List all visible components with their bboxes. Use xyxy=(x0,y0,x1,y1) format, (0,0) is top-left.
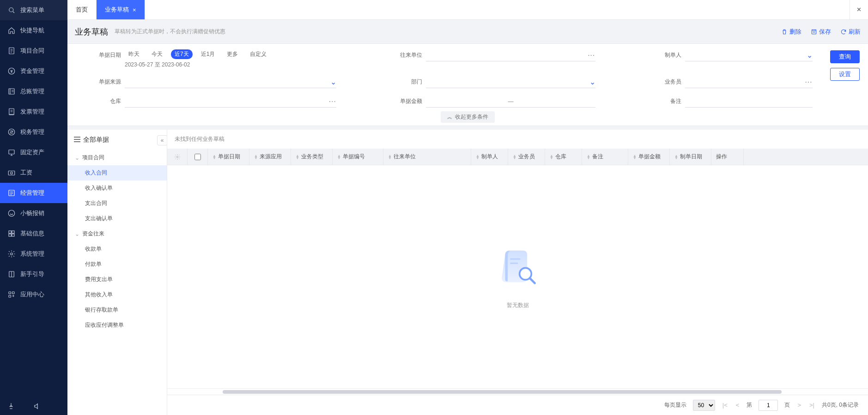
horizontal-scrollbar[interactable] xyxy=(167,388,868,395)
col-6[interactable]: ▲▼业务员 xyxy=(508,149,545,165)
sidebar-item-search-menu[interactable]: 搜索菜单 xyxy=(0,0,67,20)
settings-button[interactable]: 设置 xyxy=(830,68,860,81)
maker-input[interactable] xyxy=(685,49,813,61)
footer-sound-icon[interactable] xyxy=(33,403,41,411)
warehouse-input[interactable] xyxy=(125,96,336,108)
invoice-icon xyxy=(7,108,16,116)
book-icon xyxy=(7,270,16,278)
cat-item[interactable]: 应收应付调整单 xyxy=(67,318,167,333)
dq-last-month[interactable]: 近1月 xyxy=(197,49,219,59)
col-8[interactable]: ▲▼备注 xyxy=(582,149,628,165)
col-4[interactable]: ▲▼往来单位 xyxy=(383,149,471,165)
sales-input[interactable] xyxy=(685,76,813,88)
sidebar-item-quick-nav[interactable]: 快捷导航 xyxy=(0,20,67,41)
sidebar-label: 项目合同 xyxy=(20,47,44,55)
sidebar-label: 搜索菜单 xyxy=(20,6,44,14)
col-7[interactable]: ▲▼仓库 xyxy=(545,149,582,165)
col-2[interactable]: ▲▼业务类型 xyxy=(291,149,333,165)
empty-illustration-icon xyxy=(492,244,543,295)
salary-icon xyxy=(7,168,16,177)
sidebar-item-business-mgmt[interactable]: 经营管理 xyxy=(0,183,67,203)
dq-more[interactable]: 更多 xyxy=(223,49,242,59)
cat-group-1[interactable]: 资金往来 xyxy=(67,226,167,241)
cat-item[interactable]: 其他收入单 xyxy=(67,287,167,302)
sort-icon: ▲▼ xyxy=(587,155,590,159)
page-first[interactable]: |< xyxy=(722,402,728,409)
cat-item[interactable]: 收入确认单 xyxy=(67,180,167,196)
sidebar: 搜索菜单快捷导航项目合同资金管理总账管理发票管理税务管理固定资产工资经营管理小畅… xyxy=(0,0,67,415)
tab-home[interactable]: 首页 xyxy=(67,0,97,19)
table-header: ▲▼单据日期▲▼来源应用▲▼业务类型▲▼单据编号▲▼往来单位▲▼制单人▲▼业务员… xyxy=(167,149,868,165)
label-maker: 制单人 xyxy=(642,49,681,59)
cat-item[interactable]: 付款单 xyxy=(67,257,167,272)
cat-item[interactable]: 收款单 xyxy=(67,241,167,257)
col-3[interactable]: ▲▼单据编号 xyxy=(333,149,383,165)
footer-pin-icon[interactable] xyxy=(7,403,15,411)
more-icon xyxy=(805,79,813,85)
dept-input[interactable] xyxy=(426,76,595,88)
col-0[interactable]: ▲▼单据日期 xyxy=(208,149,249,165)
dq-custom[interactable]: 自定义 xyxy=(246,49,270,59)
cat-item[interactable]: 支出确认单 xyxy=(67,211,167,226)
cat-item[interactable]: 费用支出单 xyxy=(67,272,167,287)
column-settings[interactable] xyxy=(167,149,188,165)
dq-yesterday[interactable]: 昨天 xyxy=(125,49,143,59)
refresh-action[interactable]: 刷新 xyxy=(840,28,861,36)
per-page-select[interactable]: 50 xyxy=(693,400,715,411)
dq-today[interactable]: 今天 xyxy=(148,49,166,59)
tab-close-icon[interactable]: × xyxy=(133,6,136,13)
sidebar-item-system[interactable]: 系统管理 xyxy=(0,244,67,264)
source-input[interactable] xyxy=(125,76,336,88)
col-1[interactable]: ▲▼来源应用 xyxy=(249,149,291,165)
tab-business-draft[interactable]: 业务草稿 × xyxy=(97,0,145,19)
col-9[interactable]: ▲▼单据金额 xyxy=(628,149,670,165)
query-button[interactable]: 查询 xyxy=(830,50,860,63)
col-11[interactable]: 操作 xyxy=(711,149,744,165)
col-5[interactable]: ▲▼制单人 xyxy=(471,149,508,165)
page-title: 业务草稿 xyxy=(75,26,108,37)
ledger-icon xyxy=(7,87,16,96)
sidebar-item-tax[interactable]: 税务管理 xyxy=(0,122,67,142)
sidebar-item-appcenter[interactable]: 应用中心 xyxy=(0,284,67,305)
sort-icon: ▲▼ xyxy=(212,155,216,159)
page-input[interactable] xyxy=(759,400,778,411)
panel-collapse-icon[interactable]: « xyxy=(157,135,167,145)
sidebar-item-xiaochang[interactable]: 小畅报销 xyxy=(0,203,67,223)
partner-input[interactable] xyxy=(426,49,595,61)
sidebar-item-base-info[interactable]: 基础信息 xyxy=(0,223,67,244)
cat-group-0[interactable]: 项目合同 xyxy=(67,150,167,165)
sidebar-item-project-contract[interactable]: 项目合同 xyxy=(0,41,67,61)
svg-rect-13 xyxy=(9,234,11,236)
sort-icon: ▲▼ xyxy=(513,155,516,159)
sidebar-item-fund-mgmt[interactable]: 资金管理 xyxy=(0,61,67,81)
select-all-checkbox[interactable] xyxy=(188,149,208,165)
svg-point-10 xyxy=(8,210,15,217)
page-prev[interactable]: < xyxy=(735,402,741,409)
sidebar-label: 工资 xyxy=(20,168,32,177)
sidebar-item-invoice[interactable]: 发票管理 xyxy=(0,102,67,122)
sidebar-item-salary[interactable]: 工资 xyxy=(0,162,67,183)
save-action[interactable]: 保存 xyxy=(811,28,831,36)
sidebar-footer xyxy=(0,398,67,415)
col-10[interactable]: ▲▼制单日期 xyxy=(670,149,711,165)
xc-icon xyxy=(7,209,16,217)
sidebar-item-ledger[interactable]: 总账管理 xyxy=(0,81,67,102)
svg-rect-6 xyxy=(9,150,14,154)
amount-input[interactable]: — xyxy=(426,96,595,108)
category-header[interactable]: 全部单据 xyxy=(67,130,167,150)
cat-item[interactable]: 支出合同 xyxy=(67,196,167,211)
dq-last7[interactable]: 近7天 xyxy=(171,49,193,59)
sidebar-item-fixed-asset[interactable]: 固定资产 xyxy=(0,142,67,162)
close-all-tabs[interactable]: × xyxy=(850,0,868,19)
sidebar-item-guide[interactable]: 新手引导 xyxy=(0,264,67,284)
cat-item[interactable]: 银行存取款单 xyxy=(67,302,167,318)
cat-item[interactable]: 收入合同 xyxy=(67,165,167,180)
collapse-filter[interactable]: 收起更多条件 xyxy=(441,111,495,123)
remark-input[interactable] xyxy=(685,96,813,108)
more-icon xyxy=(588,52,595,59)
asset-icon xyxy=(7,148,16,156)
page-next[interactable]: > xyxy=(796,402,802,409)
label-sales: 业务员 xyxy=(642,76,681,86)
page-last[interactable]: >| xyxy=(808,402,815,409)
delete-action[interactable]: 删除 xyxy=(781,28,801,36)
